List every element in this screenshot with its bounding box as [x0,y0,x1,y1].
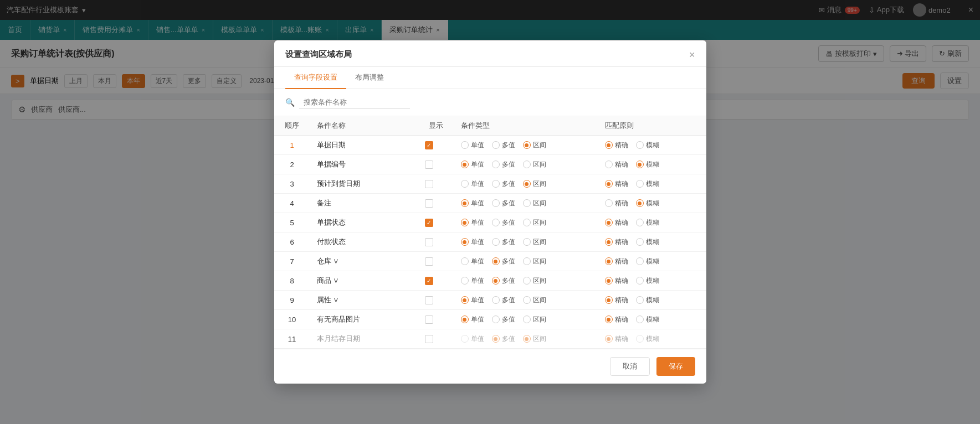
display-checkbox-cell[interactable] [418,155,454,174]
radio-range[interactable]: 区间 [523,199,546,208]
radio-single[interactable]: 单值 [461,199,484,208]
radio-exact[interactable]: 精确 [605,160,628,169]
col-header-cond-type: 条件类型 [454,116,598,136]
radio-multi[interactable]: 多值 [492,237,515,247]
display-checkbox-cell[interactable] [418,310,454,329]
radio-range[interactable]: 区间 [523,160,546,169]
radio-single[interactable]: 单值 [461,334,484,344]
table-row: 8商品 ∨✓单值多值区间精确模糊 [274,271,706,291]
radio-fuzzy[interactable]: 模糊 [636,334,659,344]
display-checkbox[interactable]: ✓ [425,219,433,227]
match-rule-cell: 精确模糊 [598,252,706,271]
radio-exact[interactable]: 精确 [605,257,628,266]
radio-range[interactable]: 区间 [523,315,546,324]
match-rule-cell: 精确模糊 [598,291,706,310]
radio-exact[interactable]: 精确 [605,276,628,286]
radio-fuzzy[interactable]: 模糊 [636,218,659,227]
radio-exact[interactable]: 精确 [605,179,628,189]
order-cell: 5 [274,213,310,232]
radio-range[interactable]: 区间 [523,141,546,150]
display-checkbox[interactable]: ✓ [425,277,433,285]
radio-multi[interactable]: 多值 [492,315,515,324]
display-checkbox-cell[interactable] [418,194,454,213]
radio-fuzzy[interactable]: 模糊 [636,257,659,266]
radio-fuzzy[interactable]: 模糊 [636,315,659,324]
radio-exact[interactable]: 精确 [605,296,628,305]
display-checkbox-cell[interactable] [418,232,454,252]
display-checkbox[interactable] [425,180,433,188]
display-checkbox[interactable] [425,161,433,169]
display-checkbox[interactable]: ✓ [425,141,433,149]
cancel-button[interactable]: 取消 [610,357,650,376]
table-row: 2单据编号单值多值区间精确模糊 [274,155,706,174]
radio-single[interactable]: 单值 [461,237,484,247]
modal-tabs: 查询字段设置 布局调整 [274,67,706,89]
radio-range[interactable]: 区间 [523,257,546,266]
radio-single[interactable]: 单值 [461,257,484,266]
order-cell: 3 [274,174,310,194]
display-checkbox-cell[interactable] [418,329,454,349]
condition-type-cell: 单值多值区间 [454,329,598,349]
radio-multi[interactable]: 多值 [492,276,515,286]
radio-exact[interactable]: 精确 [605,141,628,150]
condition-search-input[interactable] [299,96,410,109]
modal-search-area: 🔍 [274,89,706,116]
radio-multi[interactable]: 多值 [492,257,515,266]
radio-multi[interactable]: 多值 [492,199,515,208]
condition-name-cell: 本月结存日期 [310,329,418,349]
display-checkbox[interactable] [425,238,433,246]
radio-exact[interactable]: 精确 [605,334,628,344]
radio-single[interactable]: 单值 [461,141,484,150]
radio-fuzzy[interactable]: 模糊 [636,296,659,305]
radio-fuzzy[interactable]: 模糊 [636,276,659,286]
radio-range[interactable]: 区间 [523,334,546,344]
radio-multi[interactable]: 多值 [492,141,515,150]
radio-fuzzy[interactable]: 模糊 [636,141,659,150]
radio-fuzzy[interactable]: 模糊 [636,199,659,208]
radio-range[interactable]: 区间 [523,218,546,227]
display-checkbox-cell[interactable] [418,291,454,310]
save-button[interactable]: 保存 [656,357,695,376]
radio-exact[interactable]: 精确 [605,199,628,208]
radio-range[interactable]: 区间 [523,296,546,305]
radio-exact[interactable]: 精确 [605,315,628,324]
condition-name-cell: 仓库 ∨ [310,252,418,271]
radio-single[interactable]: 单值 [461,179,484,189]
radio-range[interactable]: 区间 [523,276,546,286]
radio-range[interactable]: 区间 [523,237,546,247]
display-checkbox-cell[interactable]: ✓ [418,271,454,291]
radio-fuzzy[interactable]: 模糊 [636,160,659,169]
display-checkbox[interactable] [425,335,433,343]
display-checkbox[interactable] [425,296,433,304]
radio-multi[interactable]: 多值 [492,179,515,189]
display-checkbox-cell[interactable] [418,174,454,194]
order-cell: 6 [274,232,310,252]
radio-multi[interactable]: 多值 [492,160,515,169]
radio-fuzzy[interactable]: 模糊 [636,237,659,247]
condition-type-cell: 单值多值区间 [454,271,598,291]
condition-type-cell: 单值多值区间 [454,194,598,213]
display-checkbox-cell[interactable] [418,252,454,271]
radio-multi[interactable]: 多值 [492,296,515,305]
radio-range[interactable]: 区间 [523,179,546,189]
modal-tab-layout[interactable]: 布局调整 [346,67,393,89]
radio-single[interactable]: 单值 [461,315,484,324]
display-checkbox[interactable] [425,199,433,208]
radio-multi[interactable]: 多值 [492,218,515,227]
order-cell: 9 [274,291,310,310]
modal-close-button[interactable]: × [689,50,695,60]
radio-single[interactable]: 单值 [461,296,484,305]
radio-fuzzy[interactable]: 模糊 [636,179,659,189]
radio-multi[interactable]: 多值 [492,334,515,344]
radio-single[interactable]: 单值 [461,160,484,169]
radio-exact[interactable]: 精确 [605,237,628,247]
radio-single[interactable]: 单值 [461,276,484,286]
modal-tab-query-fields[interactable]: 查询字段设置 [285,67,346,89]
col-header-display: 显示 [418,116,454,136]
display-checkbox[interactable] [425,257,433,266]
radio-single[interactable]: 单值 [461,218,484,227]
radio-exact[interactable]: 精确 [605,218,628,227]
display-checkbox-cell[interactable]: ✓ [418,213,454,232]
display-checkbox[interactable] [425,316,433,324]
display-checkbox-cell[interactable]: ✓ [418,136,454,155]
